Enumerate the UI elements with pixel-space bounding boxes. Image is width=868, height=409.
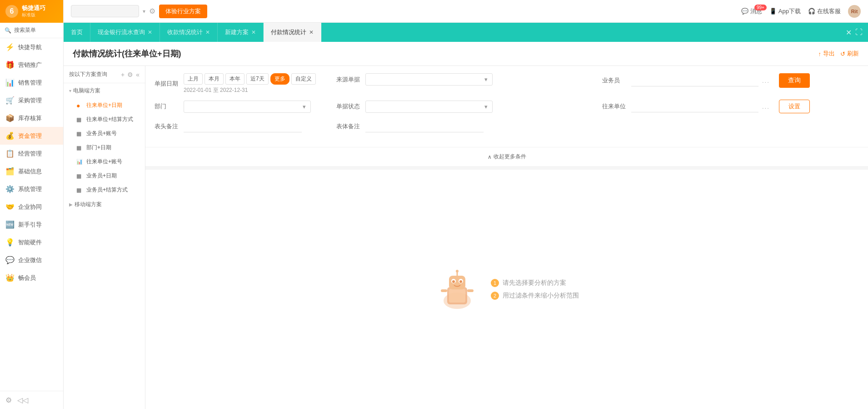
filter-panel-wrapper: 单据日期 上月 本月 本年 近7天 更多 自定义 [145, 66, 868, 166]
empty-text-area: 1 请先选择要分析的方案 2 用过滤条件来缩小分析范围 [491, 279, 579, 300]
service-label: 在线客服 [817, 7, 841, 15]
tab-new-scheme-close-icon[interactable]: ✕ [251, 29, 256, 35]
tab-payment-stat[interactable]: 付款情况统计 ✕ [264, 23, 321, 42]
search-icon: 🔍 [5, 27, 11, 34]
collapse-more-conditions[interactable]: ∧ 收起更多条件 [145, 147, 868, 166]
scheme-item-salesman-date[interactable]: ▦ 业务员+日期 [64, 169, 145, 183]
tab-new-scheme[interactable]: 新建方案 ✕ [218, 23, 264, 42]
sidebar-item-guide[interactable]: 🆕 新手引导 [0, 216, 63, 233]
salesman-input[interactable] [631, 75, 758, 86]
tab-bank-flow[interactable]: 现金银行流水查询 ✕ [90, 23, 160, 42]
date-more-btn[interactable]: 更多 [270, 73, 289, 85]
partner-input[interactable] [631, 101, 758, 112]
export-button[interactable]: ↑ 导出 [818, 50, 835, 58]
sidebar-item-enterprise[interactable]: 🤝 企业协同 [0, 198, 63, 216]
trial-button[interactable]: 体验行业方案 [159, 5, 207, 18]
scheme-mobile-category[interactable]: ▶ 移动端方案 [64, 197, 145, 212]
tab-bar: 首页 现金银行流水查询 ✕ 收款情况统计 ✕ 新建方案 ✕ 付款情况统计 ✕ ✕… [64, 23, 868, 42]
guide-icon: 🆕 [5, 220, 15, 229]
scheme-table4-icon: ▦ [76, 173, 84, 179]
scheme-active-icon: ● [76, 102, 84, 109]
sidebar-item-capital[interactable]: 💰 资金管理 [0, 127, 63, 145]
filter-area: 单据日期 上月 本月 本年 近7天 更多 自定义 [145, 66, 868, 409]
scheme-item-salesman-account[interactable]: ▦ 业务员+账号 [64, 126, 145, 141]
tab-income-stat[interactable]: 收款情况统计 ✕ [160, 23, 218, 42]
sidebar-item-vip[interactable]: 👑 畅会员 [0, 269, 63, 287]
tab-home[interactable]: 首页 [64, 23, 90, 42]
sidebar-item-marketing[interactable]: 🎁 营销推广 [0, 56, 63, 74]
date-this-month-btn[interactable]: 本月 [205, 73, 224, 85]
scheme-panel: 按以下方案查询 + ⚙ « ▾ 电脑端方案 ● 往来单位+日期 [64, 66, 145, 409]
scheme-collapse-icon[interactable]: « [136, 71, 140, 78]
query-button[interactable]: 查询 [779, 73, 810, 88]
scheme-item-label: 往来单位+日期 [86, 101, 122, 109]
sidebar-item-operation[interactable]: 📋 经营管理 [0, 145, 63, 162]
salesman-dots[interactable]: ... [762, 77, 770, 84]
sidebar-item-inventory[interactable]: 📦 库存核算 [0, 109, 63, 127]
date-custom-btn[interactable]: 自定义 [291, 73, 316, 85]
sidebar-nav: ⚡ 快捷导航 🎁 营销推广 📊 销售管理 🛒 采购管理 📦 库存核算 💰 资金管… [0, 38, 63, 391]
app-download-button[interactable]: 📱 App下载 [769, 7, 801, 15]
scheme-item-unit-settle[interactable]: ▦ 往来单位+结算方式 [64, 112, 145, 126]
tab-maximize-icon[interactable]: ⛶ [855, 28, 863, 36]
tab-close-all-icon[interactable]: ✕ [846, 28, 852, 37]
sidebar-logo[interactable]: 6 畅捷通巧 标准版 [0, 0, 63, 23]
main-panel: 按以下方案查询 + ⚙ « ▾ 电脑端方案 ● 往来单位+日期 [64, 66, 868, 409]
scheme-item-unit-account[interactable]: 📊 往来单位+账号 [64, 155, 145, 169]
sidebar-item-label: 快捷导航 [18, 43, 42, 51]
date-last-month-btn[interactable]: 上月 [184, 73, 203, 85]
sidebar-item-label: 采购管理 [18, 96, 42, 105]
sidebar-item-basic[interactable]: 🗂️ 基础信息 [0, 162, 63, 180]
basic-icon: 🗂️ [5, 167, 15, 176]
bill-status-select[interactable]: ▾ [365, 101, 493, 113]
app-icon: 📱 [769, 8, 777, 15]
date-this-year-btn[interactable]: 本年 [225, 73, 244, 85]
messages-button[interactable]: 💬 消息 99+ [741, 7, 762, 15]
body-note-input[interactable] [365, 121, 484, 132]
refresh-button[interactable]: ↺ 刷新 [840, 50, 859, 58]
source-filter-label: 来源单据 [336, 76, 362, 84]
scheme-settings-icon[interactable]: ⚙ [127, 71, 133, 78]
source-select[interactable]: ▾ [365, 73, 493, 86]
scheme-item-unit-date[interactable]: ● 往来单位+日期 [64, 98, 145, 112]
collapse-sidebar-icon[interactable]: ◁◁ [17, 396, 28, 404]
scheme-item-salesman-settle[interactable]: ▦ 业务员+结算方式 [64, 183, 145, 197]
settings-bottom-icon[interactable]: ⚙ [5, 396, 12, 404]
logo-icon: 6 [5, 5, 18, 18]
sidebar-item-hardware[interactable]: 💡 智能硬件 [0, 233, 63, 251]
scheme-item-label: 业务员+日期 [86, 172, 117, 180]
scheme-item-label: 业务员+结算方式 [86, 186, 128, 194]
breadcrumb-chevron-icon[interactable]: ▾ [143, 8, 145, 15]
sidebar-item-sales[interactable]: 📊 销售管理 [0, 74, 63, 91]
scheme-add-icon[interactable]: + [121, 71, 125, 78]
sidebar-item-label: 系统管理 [18, 185, 42, 193]
header-gear-icon[interactable]: ⚙ [149, 7, 155, 15]
settings-button[interactable]: 设置 [779, 100, 810, 113]
scheme-item-dept-date[interactable]: ▦ 部门+日期 [64, 141, 145, 155]
online-service-button[interactable]: 🎧 在线客服 [808, 7, 841, 15]
svg-rect-3 [449, 276, 465, 289]
header-note-input[interactable] [184, 121, 302, 132]
wechat-icon: 💬 [5, 256, 15, 264]
date-7days-btn[interactable]: 近7天 [246, 73, 269, 85]
user-avatar[interactable]: Rit [848, 5, 861, 18]
tab-income-stat-close-icon[interactable]: ✕ [205, 29, 210, 35]
search-menu[interactable]: 🔍 搜索菜单 [0, 23, 63, 38]
sidebar-item-quick-nav[interactable]: ⚡ 快捷导航 [0, 38, 63, 56]
tab-bank-flow-close-icon[interactable]: ✕ [148, 29, 152, 35]
partner-dots[interactable]: ... [762, 103, 770, 110]
tab-payment-stat-close-icon[interactable]: ✕ [309, 29, 314, 35]
dept-select[interactable]: ▾ [184, 101, 311, 113]
date-buttons: 上月 本月 本年 近7天 更多 自定义 [184, 73, 316, 85]
dept-filter-label: 部门 [155, 102, 180, 111]
sidebar-item-wechat[interactable]: 💬 企业微信 [0, 251, 63, 269]
sidebar-item-purchase[interactable]: 🛒 采购管理 [0, 91, 63, 109]
scheme-desktop-category[interactable]: ▾ 电脑端方案 [64, 83, 145, 98]
filter-body-note-item: 表体备注 [336, 121, 859, 132]
sidebar-item-system[interactable]: ⚙️ 系统管理 [0, 180, 63, 198]
scheme-table-icon: ▦ [76, 116, 84, 123]
empty-hint-2: 2 用过滤条件来缩小分析范围 [491, 292, 579, 300]
empty-hint-1-text: 请先选择要分析的方案 [503, 279, 566, 287]
scheme-bar-icon: 📊 [76, 159, 84, 165]
scheme-table3-icon: ▦ [76, 145, 84, 151]
